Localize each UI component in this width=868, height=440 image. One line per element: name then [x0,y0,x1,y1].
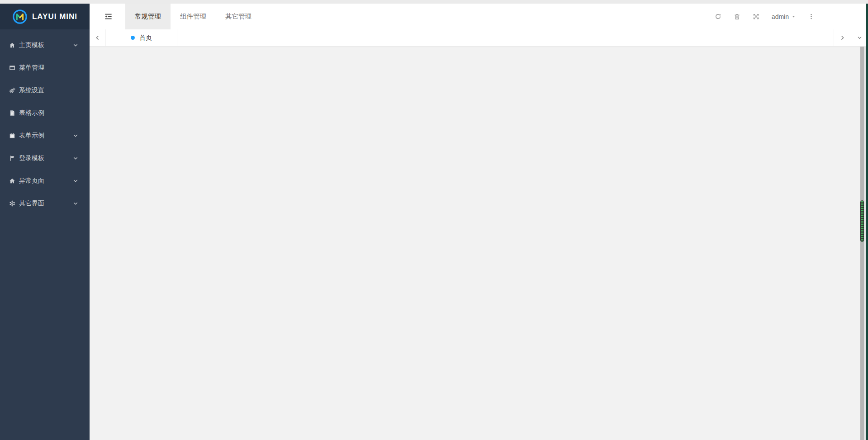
sidebar-item-label: 表单示例 [19,132,72,140]
app-title: LAYUI MINI [32,12,77,21]
sidebar-item[interactable]: 系统设置 [0,79,90,102]
tab-scroll-right-icon[interactable] [834,29,851,46]
sidebar-item[interactable]: 主页模板 [0,34,90,57]
snowflake-icon [9,200,19,207]
scrollbar-track[interactable] [860,47,864,440]
flag-icon [9,155,19,161]
caret-down-icon [792,14,796,19]
window-top-strip [0,0,868,4]
tab-home[interactable]: 首页 [106,29,177,46]
sidebar-item[interactable]: 登录模板 [0,147,90,170]
sidebar-item[interactable]: 菜单管理 [0,57,90,79]
sidebar-item-label: 主页模板 [19,41,72,49]
chevron-down-icon [72,155,82,161]
sidebar: LAYUI MINI 主页模板菜单管理系统设置表格示例表单示例登录模板异常页面其… [0,4,90,440]
chevron-down-icon [72,132,82,139]
clear-cache-icon[interactable] [734,13,740,20]
sidebar-item-label: 菜单管理 [19,64,82,72]
tab-home-label: 首页 [139,34,152,42]
window-icon [9,65,19,71]
module-tab[interactable]: 组件管理 [171,4,216,29]
module-tabs: 常规管理组件管理其它管理 [125,4,261,29]
chevron-down-icon [72,178,82,184]
main-content: 数据统计 用户统计1234当前分类总记录数实时商品统计1234当前分类总记录数实… [179,50,868,62]
calendar-icon [9,132,19,139]
header-actions: admin [715,4,815,29]
gears-icon [9,87,19,94]
chevron-down-icon [72,200,82,207]
sidebar-item[interactable]: 其它界面 [0,192,90,215]
collapse-menu-icon[interactable] [104,12,113,21]
refresh-icon[interactable] [715,13,721,20]
tab-bar: 首页 [90,29,868,47]
module-tab[interactable]: 其它管理 [216,4,261,29]
window-edge-strip [866,4,868,440]
tab-scroll-left-icon[interactable] [90,29,106,46]
home-icon [9,178,19,184]
scrollbar-thumb[interactable] [860,200,864,242]
sidebar-menu: 主页模板菜单管理系统设置表格示例表单示例登录模板异常页面其它界面 [0,29,90,215]
logo[interactable]: LAYUI MINI [0,4,90,29]
sidebar-item-label: 登录模板 [19,154,72,162]
username: admin [772,13,789,20]
fullscreen-icon[interactable] [753,13,759,20]
sidebar-item-label: 异常页面 [19,177,72,185]
layui-logo-icon [12,9,28,24]
user-menu[interactable]: admin [772,13,796,20]
top-header: 常规管理组件管理其它管理 admin [90,4,868,29]
home-icon [9,42,19,48]
sidebar-item[interactable]: 表单示例 [0,124,90,147]
sidebar-item-label: 其它界面 [19,199,72,208]
sidebar-item[interactable]: 异常页面 [0,170,90,192]
file-icon [9,110,19,116]
chevron-down-icon [72,42,82,48]
more-menu-icon[interactable] [808,13,815,20]
sidebar-item-label: 系统设置 [19,86,82,95]
sidebar-item-label: 表格示例 [19,109,82,117]
tab-operations-icon[interactable] [851,29,868,46]
module-tab[interactable]: 常规管理 [125,4,171,29]
sidebar-item[interactable]: 表格示例 [0,102,90,124]
active-tab-dot [131,36,135,40]
